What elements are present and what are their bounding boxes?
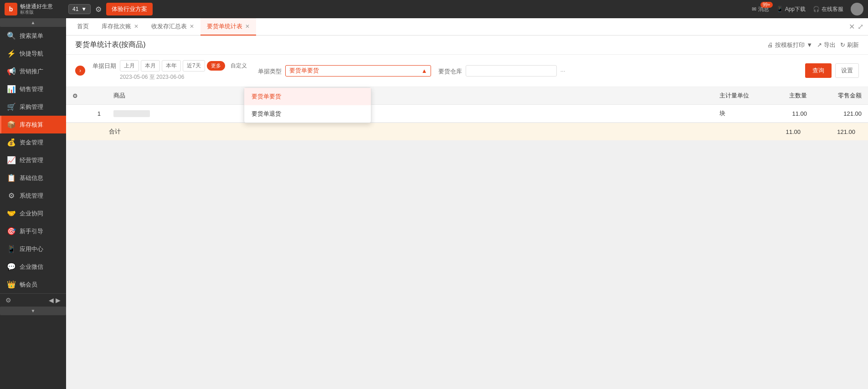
type-filter-group: 单据类型 ▲ (258, 65, 431, 77)
wechat-icon: 💬 (7, 262, 16, 271)
store-selector[interactable]: 41 ▼ (68, 4, 91, 14)
data-table: ⚙ 商品 主计量单位 主数量 零售金额 1 (66, 87, 868, 123)
date-filter-label: 单据日期 (92, 60, 116, 70)
table-header-row: ⚙ 商品 主计量单位 主数量 零售金额 (66, 87, 868, 105)
sidebar-item-enterprise[interactable]: 🤝企业协同 (0, 205, 66, 222)
avatar[interactable] (851, 3, 863, 15)
chevron-down-icon: ▼ (81, 6, 87, 12)
warehouse-filter-label: 要货仓库 (438, 66, 462, 76)
refresh-button[interactable]: ↻ 刷新 (840, 41, 859, 49)
footer-qty: 11.00 (752, 128, 807, 135)
tab-bar: 首页库存批次账 ✕收发存汇总表 ✕要货单统计表 ✕ ✕ ⤢ (66, 18, 868, 36)
table-footer: 合计 11.00 121.00 (66, 123, 868, 140)
sidebar-item-sales[interactable]: 📊销售管理 (0, 80, 66, 98)
settings-button[interactable]: 设置 (835, 63, 859, 78)
td-settings (66, 105, 84, 123)
more-dates-btn[interactable]: 更多 (207, 61, 225, 71)
gear-button[interactable]: ⚙ (95, 5, 102, 14)
topbar-center: 41 ▼ ⚙ 体验行业方案 (68, 3, 747, 15)
export-button[interactable]: ↗ 导出 (817, 41, 836, 49)
dropdown-item-order[interactable]: 要货单要货 (244, 88, 371, 105)
basic-icon: 📋 (7, 174, 16, 182)
industry-button[interactable]: 体验行业方案 (106, 3, 153, 15)
td-qty: 11.00 (759, 105, 813, 123)
sidebar-scroll-down[interactable]: ▼ (0, 307, 66, 315)
expand-button[interactable]: › (75, 66, 85, 76)
th-product: 商品 (107, 87, 713, 105)
this-month-btn[interactable]: 本月 (141, 60, 160, 72)
quick-nav-icon: ⚡ (7, 49, 16, 58)
table-container: ⚙ 商品 主计量单位 主数量 零售金额 1 (66, 87, 868, 123)
content-area: 首页库存批次账 ✕收发存汇总表 ✕要货单统计表 ✕ ✕ ⤢ 要货单统计表(按商品… (66, 18, 868, 389)
sidebar-item-wechat[interactable]: 💬企业微信 (0, 258, 66, 276)
purchase-icon: 🛒 (7, 102, 16, 111)
tab-receivables[interactable]: 收发存汇总表 ✕ (145, 18, 200, 36)
dropdown-item-return[interactable]: 要货单退货 (244, 105, 371, 123)
last-month-btn[interactable]: 上月 (120, 60, 139, 72)
tab-close-receivables[interactable]: ✕ (190, 23, 194, 30)
date-filter-group: 单据日期 上月 本月 本年 近7天 更多 自定义 2023-05-06 至 20… (92, 60, 251, 81)
print-button[interactable]: 🖨 按模板打印 ▼ (767, 41, 812, 49)
tab-expand-button[interactable]: ⤢ (858, 22, 863, 31)
app-download-item[interactable]: 📱 App下载 (776, 5, 806, 13)
sidebar-item-system[interactable]: ⚙系统管理 (0, 187, 66, 205)
th-unit: 主计量单位 (713, 87, 759, 105)
messages-badge: 99+ (760, 2, 773, 8)
tab-batch-account[interactable]: 库存批次账 ✕ (95, 18, 145, 36)
sidebar-item-guide[interactable]: 🎯新手引导 (0, 222, 66, 240)
page-title: 要货单统计表(按商品) (75, 40, 146, 50)
this-year-btn[interactable]: 本年 (162, 60, 181, 72)
messages-item[interactable]: ✉ 消息 99+ (752, 5, 769, 13)
filter-area: › 单据日期 上月 本月 本年 近7天 更多 自定义 2023-05-06 至 … (66, 55, 868, 87)
finance-icon: 💰 (7, 138, 16, 147)
brand-name: 畅捷通好生意 标准版 (20, 3, 53, 15)
tab-close-order-stats[interactable]: ✕ (245, 23, 250, 30)
warehouse-more-icon[interactable]: ··· (560, 67, 565, 74)
td-product (107, 105, 713, 123)
td-num: 1 (84, 105, 107, 123)
tab-close-button[interactable]: ✕ (849, 22, 855, 31)
table-row: 1 块 11.00 121.00 (66, 105, 868, 123)
sidebar-scroll-up[interactable]: ▲ (0, 18, 66, 27)
td-unit: 块 (713, 105, 759, 123)
collapse-icon[interactable]: ◀ ▶ (49, 297, 61, 304)
online-service-item[interactable]: 🎧 在线客服 (813, 5, 843, 13)
custom-date-btn[interactable]: 自定义 (227, 61, 251, 71)
tab-home[interactable]: 首页 (71, 18, 95, 36)
sidebar-items: 🔍搜索菜单⚡快捷导航📢营销推广📊销售管理🛒采购管理📦库存核算💰资金管理📈经营管理… (0, 27, 66, 293)
warehouse-input[interactable] (466, 65, 557, 77)
settings-icon[interactable]: ⚙ (72, 92, 78, 99)
export-icon: ↗ (817, 41, 822, 48)
sales-icon: 📊 (7, 85, 16, 93)
message-icon: ✉ (752, 6, 756, 12)
tab-order-stats[interactable]: 要货单统计表 ✕ (200, 18, 256, 36)
sidebar-item-quick-nav[interactable]: ⚡快捷导航 (0, 45, 66, 62)
date-buttons: 上月 本月 本年 近7天 更多 自定义 (120, 60, 251, 72)
online-service-label: 在线客服 (822, 5, 843, 13)
sidebar-item-purchase[interactable]: 🛒采购管理 (0, 98, 66, 116)
sidebar-item-member[interactable]: 👑畅会员 (0, 276, 66, 293)
sidebar-item-app-center[interactable]: 📱应用中心 (0, 240, 66, 258)
enterprise-icon: 🤝 (7, 209, 16, 218)
guide-icon: 🎯 (7, 227, 16, 235)
sidebar-item-inventory[interactable]: 📦库存核算 (0, 116, 66, 133)
main-layout: ▲ 🔍搜索菜单⚡快捷导航📢营销推广📊销售管理🛒采购管理📦库存核算💰资金管理📈经营… (0, 18, 868, 389)
type-input[interactable] (285, 65, 431, 77)
headset-icon: 🎧 (813, 6, 820, 12)
member-icon: 👑 (7, 280, 16, 289)
type-chevron-up-icon[interactable]: ▲ (421, 67, 427, 74)
tab-close-batch-account[interactable]: ✕ (134, 23, 139, 30)
settings-icon[interactable]: ⚙ (5, 297, 11, 304)
tab-actions: ✕ ⤢ (849, 22, 863, 31)
last-7-days-btn[interactable]: 近7天 (183, 60, 205, 72)
th-num (84, 87, 107, 105)
query-button[interactable]: 查询 (805, 63, 832, 78)
sidebar-item-search[interactable]: 🔍搜索菜单 (0, 27, 66, 45)
td-amount: 121.00 (813, 105, 868, 123)
sidebar-item-operations[interactable]: 📈经营管理 (0, 151, 66, 169)
type-filter-label: 单据类型 (258, 66, 282, 76)
print-icon: 🖨 (767, 41, 773, 48)
sidebar-item-finance[interactable]: 💰资金管理 (0, 133, 66, 151)
sidebar-item-basic[interactable]: 📋基础信息 (0, 169, 66, 187)
sidebar-item-marketing[interactable]: 📢营销推广 (0, 62, 66, 80)
